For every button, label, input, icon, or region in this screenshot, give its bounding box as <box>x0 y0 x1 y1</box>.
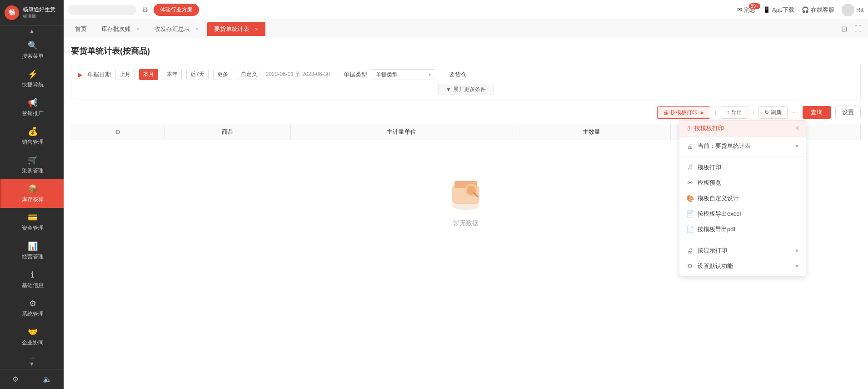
sidebar-item-basic[interactable]: ℹ 基础信息 <box>0 265 64 294</box>
settings-bottom-icon[interactable]: ⚙ <box>9 373 22 385</box>
refresh-icon: ↻ <box>764 109 769 116</box>
sidebar-item-purchase[interactable]: 🛒 采购管理 <box>0 151 64 179</box>
service-icon: 🎧 <box>802 6 809 13</box>
sidebar-item-newbie[interactable]: 🎓 新手引导 <box>0 351 64 359</box>
display-print-label: 按显示打印 <box>698 247 727 255</box>
sidebar-item-system[interactable]: ⚙ 系统管理 <box>0 294 64 323</box>
topbar-gear-icon[interactable]: ⚙ <box>142 5 148 14</box>
sidebar-item-marketing[interactable]: 📢 营销推广 <box>0 93 64 122</box>
online-service-btn[interactable]: 🎧 在线客服 <box>802 6 834 14</box>
window-restore-btn[interactable]: ⊡ <box>839 25 849 33</box>
topbar-search-input[interactable] <box>68 5 136 15</box>
date-btn-custom[interactable]: 自定义 <box>237 69 261 80</box>
sidebar-item-enterprise[interactable]: 🤝 企业协同 <box>0 323 64 351</box>
tabs-bar: 首页 库存批次账 × 收发存汇总表 × 要货单统计表 × ⊡ ⛶ <box>64 20 868 38</box>
template-print-icon: 🖨 <box>686 164 694 171</box>
type-select[interactable]: 单据类型 <box>372 69 435 80</box>
sidebar-item-search[interactable]: 🔍 搜索菜单 <box>0 36 64 65</box>
tab-receipt-summary[interactable]: 收发存汇总表 × <box>148 22 206 36</box>
tabs-window-controls: ⊡ ⛶ <box>839 25 863 33</box>
settings-btn[interactable]: 设置 <box>835 106 861 119</box>
marketing-icon: 📢 <box>28 98 38 108</box>
sidebar-item-label: 采购管理 <box>22 167 44 175</box>
refresh-btn[interactable]: ↻ 刷新 <box>758 106 788 119</box>
template-preview-icon: 👁 <box>686 179 694 187</box>
sidebar: 畅 畅康通好生意 标准版 ▲ 🔍 搜索菜单 ⚡ 快捷导航 📢 营销推广 💰 销售… <box>0 0 64 389</box>
messages-btn[interactable]: ✉ 消息 99+ <box>737 6 756 14</box>
dropdown-current-template-item[interactable]: 🖨 当前：要货单统计表 ▼ <box>679 138 806 154</box>
template-design-label: 模板自定义设计 <box>698 194 739 202</box>
window-maximize-btn[interactable]: ⛶ <box>853 25 863 33</box>
app-download-btn[interactable]: 📱 App下载 <box>763 6 794 14</box>
tab-home[interactable]: 首页 <box>68 22 94 36</box>
print-label: 按模板打印 <box>670 109 698 116</box>
topbar: ⚙ 体验行业方案 ✉ 消息 99+ 📱 App下载 🎧 在线客服 Rit <box>64 0 868 20</box>
sidebar-item-quick-nav[interactable]: ⚡ 快捷导航 <box>0 65 64 93</box>
dropdown-divider-2 <box>679 240 806 240</box>
finance-icon: 💳 <box>28 212 38 222</box>
expand-conditions-btn[interactable]: ▼ 展开更多条件 <box>438 84 494 95</box>
date-filter-label: 单据日期 <box>87 71 111 79</box>
sidebar-item-finance[interactable]: 💳 资金管理 <box>0 208 64 237</box>
svg-point-6 <box>462 183 469 187</box>
dropdown-template-print-item[interactable]: 🖨 模板打印 <box>679 160 806 175</box>
sidebar-item-label: 经营管理 <box>22 253 44 261</box>
query-btn[interactable]: 查询 <box>803 106 831 119</box>
expand-label: 展开更多条件 <box>453 86 486 93</box>
set-default-chevron-icon: ▼ <box>794 263 799 269</box>
experience-btn[interactable]: 体验行业方案 <box>154 4 199 16</box>
user-avatar-area[interactable]: Rit <box>842 4 863 16</box>
set-default-icon: ⚙ <box>686 263 694 270</box>
tab-receipt-close-btn[interactable]: × <box>195 26 199 32</box>
dropdown-section-items: 🖨 模板打印 👁 模板预览 🎨 模板自定义设计 📄 按模板导出excel <box>679 158 806 239</box>
more-btn[interactable]: ··· <box>792 108 798 116</box>
speaker-bottom-icon[interactable]: 🔈 <box>39 373 55 385</box>
basic-icon: ℹ <box>31 270 34 280</box>
dropdown-display-print-item[interactable]: 🖨 按显示打印 ▼ <box>679 243 806 258</box>
refresh-label: 刷新 <box>771 109 782 116</box>
tab-order-stats[interactable]: 要货单统计表 × <box>207 22 265 36</box>
sidebar-item-sales[interactable]: 💰 销售管理 <box>0 122 64 151</box>
inventory-icon: 📦 <box>28 184 38 194</box>
print-template-btn[interactable]: 🖨 按模板打印 ▲ <box>657 106 711 119</box>
sidebar-item-label: 库存核算 <box>22 196 44 203</box>
sidebar-item-operations[interactable]: 📊 经营管理 <box>0 237 64 265</box>
template-preview-label: 模板预览 <box>698 179 721 187</box>
main-area: ⚙ 体验行业方案 ✉ 消息 99+ 📱 App下载 🎧 在线客服 Rit <box>64 0 868 389</box>
print-dropdown-close-btn[interactable]: × <box>795 124 799 132</box>
app-logo: 畅 畅康通好生意 标准版 <box>0 0 64 26</box>
app-version: 标准版 <box>23 13 55 20</box>
display-print-chevron-icon: ▼ <box>794 248 799 253</box>
purchase-icon: 🛒 <box>28 155 38 165</box>
scroll-down-btn[interactable]: ▼ <box>0 359 64 369</box>
sidebar-item-label: 销售管理 <box>22 138 44 146</box>
date-btn-last-month[interactable]: 上月 <box>115 69 135 80</box>
tab-order-close-btn[interactable]: × <box>254 26 259 32</box>
date-btn-this-year[interactable]: 本年 <box>163 69 182 80</box>
table-col-qty: 主数量 <box>513 124 670 140</box>
dropdown-template-preview-item[interactable]: 👁 模板预览 <box>679 175 806 191</box>
table-col-settings-icon[interactable]: ⚙ <box>115 128 121 136</box>
dropdown-export-excel-item[interactable]: 📄 按模板导出excel <box>679 206 806 222</box>
export-btn[interactable]: ↑ 导出 <box>721 106 748 119</box>
tab-batch-close-btn[interactable]: × <box>135 26 140 32</box>
dropdown-template-design-item[interactable]: 🎨 模板自定义设计 <box>679 191 806 206</box>
sidebar-item-label: 企业协同 <box>22 339 44 347</box>
dropdown-set-default-item[interactable]: ⚙ 设置默认功能 ▼ <box>679 258 806 274</box>
type-select-wrapper: 单据类型 <box>372 69 435 80</box>
type-filter-label: 单据类型 <box>344 71 367 79</box>
sales-icon: 💰 <box>28 126 38 136</box>
date-btn-this-month[interactable]: 本月 <box>139 69 158 80</box>
print-dropdown-header: 🖨 按模板打印 × <box>679 121 806 136</box>
tab-batch-account[interactable]: 库存批次账 × <box>95 22 147 36</box>
filter-collapse-icon[interactable]: ▶ <box>78 71 83 78</box>
template-design-icon: 🎨 <box>686 195 694 202</box>
scroll-up-btn[interactable]: ▲ <box>0 26 64 36</box>
date-btn-more[interactable]: 更多 <box>213 69 232 80</box>
current-chevron-icon: ▼ <box>794 143 799 149</box>
dropdown-divider-1 <box>679 157 806 157</box>
sidebar-item-inventory[interactable]: 📦 库存核算 <box>0 179 64 208</box>
user-avatar <box>842 4 854 16</box>
date-btn-7days[interactable]: 近7天 <box>186 69 209 80</box>
dropdown-export-pdf-item[interactable]: 📄 按模板导出pdf <box>679 222 806 237</box>
